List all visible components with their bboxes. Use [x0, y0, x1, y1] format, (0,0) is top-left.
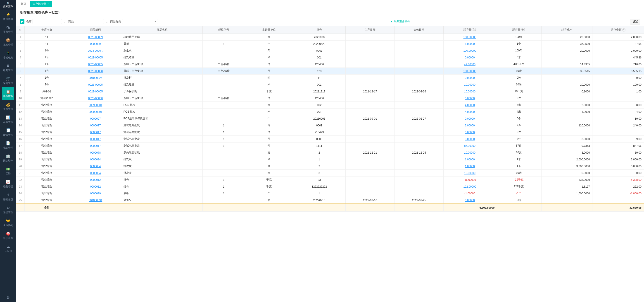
cell-product_code[interactable]: 0000084 [69, 170, 122, 177]
cell-unit_cost: 1.0000 [542, 108, 592, 115]
cell-index: 23 [16, 183, 24, 190]
tab-batch-inventory[interactable]: 库存批次量✕ [30, 1, 52, 7]
cell-product_code[interactable]: 0000017 [69, 129, 122, 136]
cell-qty_main[interactable]: 0.00000 [444, 129, 496, 136]
cell-unit_cost: 37.9500 [542, 41, 592, 47]
cell-product_code[interactable]: 0023-00005 [69, 81, 122, 88]
cell-expiry_date [394, 102, 444, 108]
cell-product_code[interactable]: 0023-00009 [69, 34, 122, 41]
sidebar-item-payroll[interactable]: 💵工资 [2, 165, 14, 178]
cell-qty_main[interactable]: 0.00000 [444, 95, 496, 102]
sidebar-item-general[interactable]: 📊总账管理 [2, 113, 14, 126]
cell-product_name: 蛋糕（白色/奶糖） [122, 68, 202, 75]
cell-qty_main[interactable]: -16.00000 [444, 177, 496, 183]
cell-qty_main[interactable]: 100.00000 [444, 34, 496, 41]
cell-qty_main[interactable]: 0.00000 [444, 54, 496, 61]
sidebar-item-ecommerce[interactable]: 🖥电商管理 [2, 62, 14, 74]
cell-production_date [346, 75, 395, 81]
sidebar-item-micro-shop[interactable]: 📱小程电商 [2, 49, 14, 62]
total-cost-info-icon[interactable]: ? [622, 28, 626, 32]
sidebar-item-finance[interactable]: 💰资金管理 [2, 100, 14, 113]
warehouse-input[interactable] [32, 19, 62, 24]
cell-qty_main[interactable]: 3.00000 [444, 136, 496, 142]
sidebar-item-inventory[interactable]: 📋库存核查 [2, 87, 14, 100]
cell-qty_main[interactable]: 10.00000 [444, 149, 496, 156]
micro-shop-icon: 📱 [6, 51, 10, 55]
cell-product_code[interactable]: 000900001 [69, 108, 122, 115]
tab-home[interactable]: 首页 [18, 1, 29, 7]
cell-qty_main[interactable]: 1.00000 [444, 156, 496, 163]
cell-product_code[interactable]: 0000029 [69, 190, 122, 197]
cell-product_code[interactable]: 0000084 [69, 163, 122, 170]
cell-product_code[interactable]: 001000026 [69, 75, 122, 81]
cell-spec [202, 156, 245, 163]
total-empty [16, 204, 24, 212]
cell-qty_main[interactable]: 10.00000 [444, 81, 496, 88]
cell-product_code[interactable]: 0000012 [69, 183, 122, 190]
cell-product_code[interactable]: 000900001 [69, 102, 122, 108]
cell-spec [202, 170, 245, 177]
cell-product_code[interactable]: 0000012 [69, 177, 122, 183]
sidebar-item-basic-info[interactable]: ℹ基础信息 [2, 191, 14, 203]
category-filter: 商品分类 [110, 19, 158, 24]
cell-product_code[interactable]: 001000031 [69, 197, 122, 204]
sidebar-item-invoice[interactable]: 🧾发票管理 [2, 126, 14, 139]
filter-toggle[interactable]: ▶ [20, 19, 24, 24]
sidebar-item-system[interactable]: ⚙系统管理 [2, 203, 14, 216]
cell-expiry_date [394, 170, 444, 177]
cell-qty_main[interactable]: 100.00000 [444, 68, 496, 75]
cell-qty_main[interactable]: 0.00000 [444, 75, 496, 81]
sidebar-item-purchase[interactable]: 🛒采购管理 [2, 74, 14, 87]
sidebar-item-quick-nav[interactable]: ⚡快捷导航 [2, 10, 14, 23]
cell-qty_main[interactable]: 0.00000 [444, 197, 496, 204]
sidebar-item-fixed-assets[interactable]: 🏢固定资产 [2, 152, 14, 165]
sidebar-item-enterprise[interactable]: 🤝企业协同 [2, 216, 14, 229]
tab-close-icon[interactable]: ✕ [48, 3, 50, 6]
cell-qty_main[interactable]: 4.00000 [444, 102, 496, 108]
cell-product_code[interactable]: 0000029 [69, 41, 122, 47]
sidebar-settings[interactable]: ⚙ [0, 293, 16, 302]
sidebar-item-wholesale[interactable]: 📦批发管理 [2, 36, 14, 49]
cell-qty_main[interactable]: 1.00000 [444, 41, 496, 47]
cell-qty_main[interactable]: 87.00000 [444, 142, 496, 149]
sidebar-item-cloud[interactable]: ☁云应用 [2, 242, 14, 255]
cell-product_code[interactable]: 0023-00005 [69, 61, 122, 68]
cell-qty_main[interactable]: 10.00000 [444, 88, 496, 95]
cell-production_date: 2021-09-01 [346, 115, 395, 122]
cell-product_code[interactable]: 0023-00005 [69, 88, 122, 95]
cell-product_code[interactable]: 0000017 [69, 136, 122, 142]
cell-product_code[interactable]: 0000017 [69, 142, 122, 149]
total-empty [69, 204, 122, 212]
cell-product_code[interactable]: 0023-00008 [69, 95, 122, 102]
sidebar-search[interactable]: 🔍 搜索菜单 [0, 0, 16, 10]
cell-qty_main[interactable]: 100.00000 [444, 47, 496, 54]
cell-qty_main[interactable]: 1.00000 [444, 163, 496, 170]
cell-qty_main[interactable]: 10.00000 [444, 170, 496, 177]
cell-qty_main[interactable]: 4.00000 [444, 108, 496, 115]
cell-qty_main[interactable]: 2.00000 [444, 122, 496, 129]
product-input[interactable] [75, 19, 104, 24]
table-row: 51号0023-00005蛋糕（白色/奶糖）白色/奶糖件12345649.600… [16, 61, 644, 68]
cell-qty_main[interactable]: -1.00000 [444, 190, 496, 197]
cell-product_code[interactable]: 0023-00008 [69, 68, 122, 75]
col-header-unit_cost: 结存成本 [542, 26, 592, 34]
cell-product_code[interactable]: 0000097 [69, 115, 122, 122]
sidebar-item-tax[interactable]: 📑税务管理 [2, 139, 14, 152]
sidebar-item-new-guide[interactable]: 🎯新手引导 [2, 229, 14, 242]
cell-product_name: 软软通用袖套 [122, 34, 202, 41]
cell-product_code[interactable]: 0023-0000... [69, 47, 122, 54]
settings-btn[interactable]: 设置 [630, 19, 640, 25]
cell-qty_main[interactable]: 122.00000 [444, 183, 496, 190]
checkbox-icon[interactable]: ⊙ [19, 28, 22, 32]
sidebar-item-retail[interactable]: 🛍零售管理 [2, 23, 14, 36]
cell-qty_main[interactable]: 0.00000 [444, 115, 496, 122]
sidebar-item-operations[interactable]: 📈经营管理 [2, 178, 14, 191]
cell-product_code[interactable]: 0000017 [69, 122, 122, 129]
cell-product_code[interactable]: 0023-00005 [69, 54, 122, 61]
cell-product_code[interactable]: 0000078 [69, 149, 122, 156]
category-select[interactable] [122, 19, 158, 24]
cell-production_date [346, 34, 395, 41]
cell-qty_main[interactable]: 49.60000 [444, 61, 496, 68]
cell-product_code[interactable]: 0000084 [69, 156, 122, 163]
expand-conditions-btn[interactable]: ▼ 展开更多条件 [390, 20, 410, 24]
